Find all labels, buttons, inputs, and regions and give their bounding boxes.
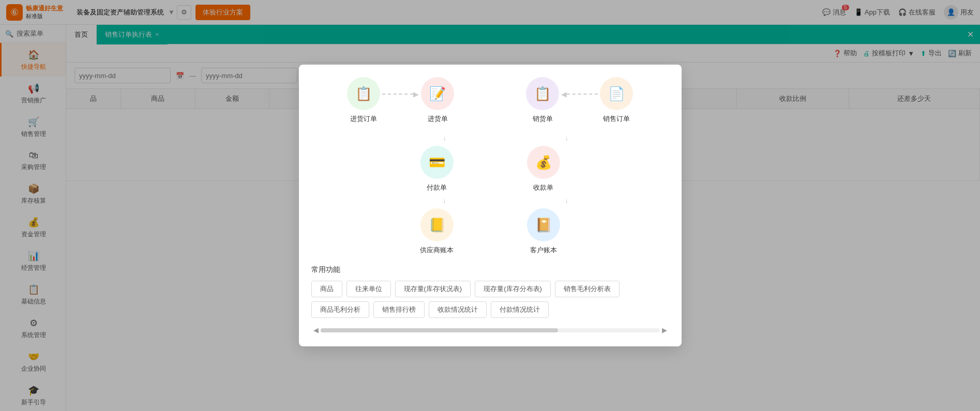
scrollbar-row: ◀ ▶ (311, 326, 669, 334)
func-btn-partner[interactable]: 往来单位 (346, 281, 391, 297)
receipt-icon: 💰 (535, 155, 552, 171)
scroll-right-arrow[interactable]: ▶ (660, 326, 669, 334)
purchase-order-icon: 📋 (355, 86, 372, 102)
scroll-thumb (321, 328, 558, 332)
func-btn-sales-margin[interactable]: 销售毛利分析表 (555, 281, 620, 297)
flow-sales-bill: 📋 销货单 (526, 77, 559, 124)
flow-customer-account: 📔 客户账本 (527, 208, 560, 255)
receipt-circle: 💰 (527, 146, 560, 179)
func-btn-sales-rank[interactable]: 销售排行榜 (373, 301, 425, 318)
func-buttons: 商品 往来单位 现存量(库存状况表) 现存量(库存分布表) 销售毛利分析表 商品… (311, 281, 669, 318)
receipt-label: 收款单 (533, 183, 553, 192)
supplier-icon: 📒 (429, 217, 445, 233)
modal-overlay[interactable]: 📋 进货订单 ▶ 📝 进货单 (0, 0, 980, 411)
func-btn-product-margin[interactable]: 商品毛利分析 (311, 301, 369, 318)
sales-bill-circle: 📋 (526, 77, 559, 110)
func-btn-payment-stat[interactable]: 付款情况统计 (491, 301, 549, 318)
down-arrow-payment: ↓ (443, 196, 446, 204)
scroll-track[interactable] (321, 328, 660, 332)
down-arrow-receipt: ↓ (565, 196, 568, 204)
sales-order-label: 销售订单 (603, 114, 630, 124)
flow-payment: 💳 付款单 (420, 146, 454, 192)
down-arrow-purchase: ↓ (443, 134, 446, 142)
customer-icon: 📔 (535, 217, 552, 233)
func-btn-receipt-stat[interactable]: 收款情况统计 (429, 301, 487, 318)
purchase-bill-circle: 📝 (421, 77, 454, 110)
supplier-circle: 📒 (420, 208, 454, 241)
common-functions: 常用功能 商品 往来单位 现存量(库存状况表) 现存量(库存分布表) 销售毛利分… (311, 265, 669, 318)
flow-purchase-order: 📋 进货订单 (347, 77, 380, 124)
sales-order-icon: 📄 (608, 86, 625, 102)
flow-sales-order: 📄 销售订单 (600, 77, 633, 124)
sales-bill-icon: 📋 (534, 86, 551, 102)
func-btn-stock-status[interactable]: 现存量(库存状况表) (395, 281, 471, 297)
purchase-bill-label: 进货单 (428, 114, 448, 124)
scroll-left-arrow[interactable]: ◀ (311, 326, 321, 334)
flow-purchase-bill: 📝 进货单 (421, 77, 454, 124)
supplier-label: 供应商账本 (420, 246, 454, 255)
payment-label: 付款单 (427, 183, 447, 192)
purchase-order-label: 进货订单 (350, 114, 377, 124)
func-btn-product[interactable]: 商品 (311, 281, 342, 297)
flow-receipt: 💰 收款单 (527, 146, 560, 192)
common-func-title: 常用功能 (311, 265, 669, 275)
purchase-bill-icon: 📝 (429, 86, 446, 102)
customer-label: 客户账本 (530, 246, 557, 255)
modal-dialog: 📋 进货订单 ▶ 📝 进货单 (299, 65, 682, 346)
purchase-order-circle: 📋 (347, 77, 380, 110)
payment-icon: 💳 (429, 155, 445, 171)
func-btn-stock-dist[interactable]: 现存量(库存分布表) (475, 281, 551, 297)
sales-order-circle: 📄 (600, 77, 633, 110)
customer-circle: 📔 (527, 208, 560, 241)
flow-supplier-account: 📒 供应商账本 (420, 208, 454, 255)
payment-circle: 💳 (420, 146, 454, 179)
sales-bill-label: 销货单 (533, 114, 553, 124)
down-arrow-sales: ↓ (565, 134, 568, 142)
